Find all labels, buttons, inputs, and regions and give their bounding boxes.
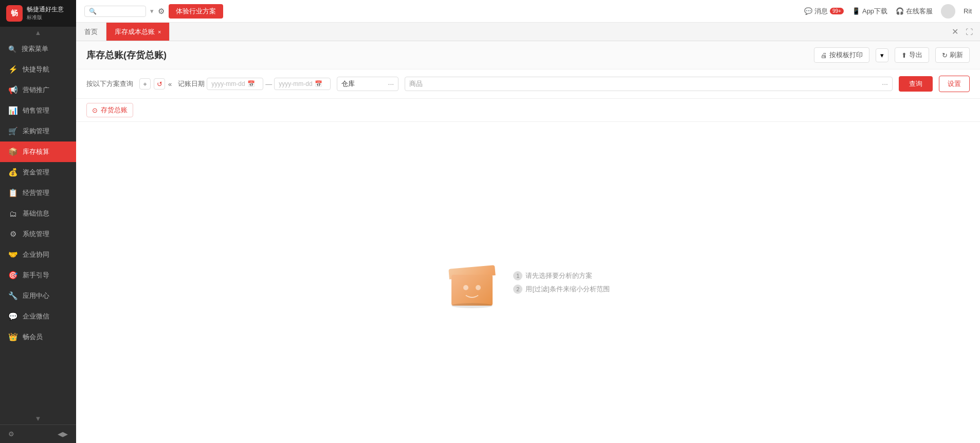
scroll-up[interactable]: ▲ (0, 27, 76, 39)
app-logo: 畅 畅捷通好生意 标准版 (0, 0, 76, 27)
sidebar-item-label-finance: 资金管理 (23, 168, 49, 177)
box-face-svg (451, 275, 493, 306)
sidebar: 畅 畅捷通好生意 标准版 ▲ 🔍 搜索菜单 ⚡ 快捷导航 📢 营销推广 📊 销售… (0, 0, 76, 443)
tabs-close-all-icon[interactable]: ✕ (949, 26, 961, 38)
sales-icon: 📊 (8, 106, 17, 115)
warehouse-more-icon[interactable]: ··· (388, 80, 394, 88)
settings-btn[interactable]: 设置 (939, 76, 970, 92)
system-icon: ⚙ (8, 229, 17, 239)
sidebar-item-sales[interactable]: 📊 销售管理 (0, 100, 76, 121)
user-name: Rit (964, 7, 972, 15)
topbar-right: 💬 消息 99+ 📱 App下载 🎧 在线客服 Rit (804, 4, 972, 19)
filter-row: 按以下方案查询 + ↺ « 记账日期 yyyy-mm-dd 📅 — (86, 76, 970, 92)
svg-point-1 (476, 285, 481, 290)
chevron-down-icon: ▾ (880, 51, 884, 59)
online-service-btn[interactable]: 🎧 在线客服 (896, 7, 933, 16)
sidebar-item-wechat[interactable]: 💬 企业微信 (0, 306, 76, 327)
product-more-icon[interactable]: ··· (882, 80, 888, 88)
settings-icon[interactable]: ⚙ (8, 430, 14, 438)
sidebar-item-operation[interactable]: 📋 经营管理 (0, 183, 76, 203)
sidebar-item-system[interactable]: ⚙ 系统管理 (0, 224, 76, 244)
empty-tip-2: 2 用[过滤]条件来缩小分析范围 (513, 285, 609, 294)
page-container: 库存总账(存货总账) 🖨 按模板打印 ▾ ⬆ 导出 ↻ 刷 (76, 41, 980, 443)
scroll-down[interactable]: ▼ (0, 413, 76, 424)
empty-tip-2-text: 用[过滤]条件来缩小分析范围 (525, 285, 609, 294)
scheme-icon: ⊙ (92, 107, 98, 114)
sidebar-item-label-operation: 经营管理 (23, 188, 49, 198)
member-icon: 👑 (8, 332, 17, 342)
sidebar-item-label-sales: 销售管理 (23, 106, 49, 115)
sidebar-item-guide[interactable]: 🎯 新手引导 (0, 265, 76, 286)
message-btn[interactable]: 💬 消息 99+ (804, 7, 844, 16)
sidebar-item-basic[interactable]: 🗂 基础信息 (0, 203, 76, 224)
topbar-chevron-down-icon[interactable]: ▾ (150, 7, 154, 15)
export-btn[interactable]: ⬆ 导出 (895, 47, 929, 63)
app-badge: 标准版 (27, 14, 64, 21)
calendar-to-icon[interactable]: 📅 (315, 80, 322, 87)
tabs-expand-icon[interactable]: ⛶ (963, 27, 976, 37)
box-shadow (451, 303, 493, 308)
sidebar-item-label-apps: 应用中心 (23, 291, 49, 300)
date-to-input[interactable]: yyyy-mm-dd 📅 (274, 78, 331, 90)
filter-reset-btn[interactable]: ↺ (154, 78, 165, 90)
wechat-icon: 💬 (8, 312, 17, 321)
print-dropdown-btn[interactable]: ▾ (876, 48, 888, 62)
finance-icon: 💰 (8, 168, 17, 177)
user-avatar[interactable] (941, 4, 955, 19)
warehouse-select[interactable]: 仓库 ··· (337, 77, 398, 91)
refresh-icon: ↻ (942, 51, 948, 59)
sidebar-item-enterprise[interactable]: 🤝 企业协同 (0, 244, 76, 265)
guide-icon: 🎯 (8, 271, 17, 280)
sidebar-item-label-system: 系统管理 (23, 229, 49, 239)
sidebar-item-member[interactable]: 👑 畅会员 (0, 327, 76, 347)
inventory-icon: 📦 (8, 147, 17, 156)
calendar-from-icon[interactable]: 📅 (247, 80, 255, 87)
sidebar-item-quick-nav[interactable]: ⚡ 快捷导航 (0, 59, 76, 80)
print-btn[interactable]: 🖨 按模板打印 (814, 47, 869, 63)
message-badge: 99+ (830, 8, 844, 14)
sidebar-item-search[interactable]: 🔍 搜索菜单 (0, 39, 76, 59)
topbar-settings-icon[interactable]: ⚙ (158, 7, 165, 16)
product-label: 商品 (409, 79, 423, 88)
filter-area: 按以下方案查询 + ↺ « 记账日期 yyyy-mm-dd 📅 — (76, 69, 980, 99)
svg-point-0 (463, 285, 468, 290)
tab-inventory-ledger[interactable]: 库存成本总账 × (106, 23, 170, 41)
sidebar-item-label-enterprise: 企业协同 (23, 250, 49, 259)
tabs-bar: 首页 库存成本总账 × ✕ ⛶ (76, 23, 980, 41)
quick-nav-icon: ⚡ (8, 65, 17, 74)
app-download-btn[interactable]: 📱 App下载 (852, 7, 887, 16)
topbar-search-box[interactable]: 🔍 (84, 6, 146, 17)
topbar-left: 🔍 ▾ ⚙ 体验行业方案 (84, 4, 799, 19)
sidebar-item-marketing[interactable]: 📢 营销推广 (0, 80, 76, 100)
sidebar-item-purchase[interactable]: 🛒 采购管理 (0, 121, 76, 141)
sidebar-item-apps[interactable]: 🔧 应用中心 (0, 286, 76, 306)
collapse-icon[interactable]: ◀▶ (58, 430, 68, 438)
export-icon: ⬆ (901, 51, 907, 59)
apps-icon: 🔧 (8, 291, 17, 300)
date-from-input[interactable]: yyyy-mm-dd 📅 (207, 78, 263, 90)
logo-icon: 畅 (6, 5, 23, 22)
filter-add-btn[interactable]: + (139, 78, 151, 90)
industry-btn[interactable]: 体验行业方案 (169, 4, 223, 19)
sidebar-item-inventory[interactable]: 📦 库存核算 (0, 141, 76, 162)
query-btn[interactable]: 查询 (899, 76, 933, 92)
print-btn-label: 按模板打印 (829, 50, 863, 60)
sidebar-item-label-guide: 新手引导 (23, 271, 49, 280)
sidebar-item-label-wechat: 企业微信 (23, 312, 49, 321)
tab-home[interactable]: 首页 (76, 23, 106, 41)
refresh-btn[interactable]: ↻ 刷新 (935, 47, 970, 63)
app-download-label: App下载 (862, 7, 887, 16)
date-range-wrap: 记账日期 yyyy-mm-dd 📅 — yyyy-mm-dd 📅 (178, 78, 331, 90)
scheme-item[interactable]: ⊙ 存货总账 (86, 103, 133, 117)
operation-icon: 📋 (8, 188, 17, 198)
filter-actions: + ↺ « (139, 78, 172, 90)
filter-collapse-icon[interactable]: « (168, 80, 172, 88)
warehouse-label: 仓库 (341, 79, 355, 88)
page-header-actions: 🖨 按模板打印 ▾ ⬆ 导出 ↻ 刷新 (814, 47, 970, 63)
purchase-icon: 🛒 (8, 127, 17, 136)
tab-close-icon[interactable]: × (158, 29, 161, 35)
home-tab-label: 首页 (84, 27, 98, 37)
sidebar-item-finance[interactable]: 💰 资金管理 (0, 162, 76, 183)
date-separator: — (265, 80, 272, 88)
product-select[interactable]: 商品 ··· (405, 77, 893, 91)
